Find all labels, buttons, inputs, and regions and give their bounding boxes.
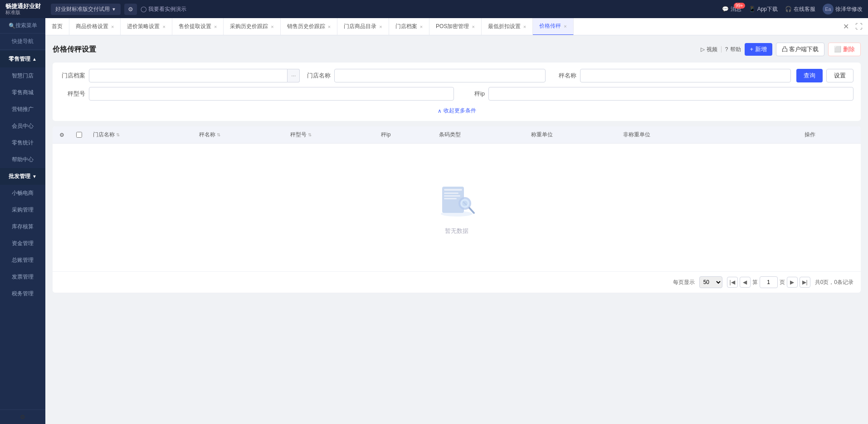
sidebar-item-tax-mgmt[interactable]: 税务管理 [0, 285, 45, 302]
version-label: 好业财标准版交付试用 [55, 5, 110, 13]
tab-close-strategy[interactable]: × [162, 24, 165, 29]
sidebar-item-finance[interactable]: 资金管理 [0, 235, 45, 252]
prev-page-button[interactable]: ◀ [740, 277, 751, 288]
sidebar-item-label: 税务管理 [12, 290, 34, 298]
th-operation: 操作 [799, 126, 861, 144]
tab-expand-button[interactable]: ⛶ [853, 22, 864, 32]
sidebar-item-help-center[interactable]: 帮助中心 [0, 151, 45, 168]
tab-close-sales-history[interactable]: × [328, 24, 331, 29]
tab-close-purchase-history[interactable]: × [271, 24, 273, 29]
sidebar-item-member-center[interactable]: 会员中心 [0, 118, 45, 135]
tab-close-sale-price[interactable]: × [214, 24, 217, 29]
tab-store-archive[interactable]: 门店档案 × [389, 18, 429, 35]
tab-close-min-discount[interactable]: × [523, 24, 526, 29]
tab-pos-management[interactable]: POS加密管理 × [429, 18, 482, 35]
collapse-label: 收起更多条件 [444, 107, 476, 115]
messages-button[interactable]: 💬 消息 99+ [722, 5, 741, 13]
tab-close-pos[interactable]: × [472, 24, 474, 29]
per-page-select[interactable]: 20 50 100 [699, 276, 722, 288]
tab-sale-price[interactable]: 售价提取设置 × [172, 18, 224, 35]
th-checkbox[interactable] [71, 126, 88, 144]
sidebar-item-label: 营销推广 [12, 106, 34, 113]
tab-close-price-scale[interactable]: × [564, 24, 566, 29]
empty-image [434, 180, 479, 221]
online-service-label: 在线客服 [794, 5, 815, 13]
sidebar-item-label: 零售统计 [12, 139, 34, 147]
sidebar-item-label: 采购管理 [12, 206, 34, 214]
sidebar-item-label: 发票管理 [12, 273, 34, 281]
th-store-name-sort[interactable]: 门店名称 ⇅ [93, 131, 188, 139]
page-number-input[interactable] [760, 276, 778, 288]
sidebar-item-smart-store[interactable]: 智慧门店 [0, 67, 45, 84]
delete-button[interactable]: ⬜ 删除 [828, 43, 861, 56]
th-non-weight-unit-label: 非称重单位 [623, 131, 650, 138]
video-link[interactable]: ▷ 视频 [701, 46, 717, 53]
tab-close-store-catalog[interactable]: × [379, 24, 382, 29]
delete-button-label: ⬜ 删除 [834, 45, 855, 53]
select-all-checkbox[interactable] [76, 132, 82, 138]
th-scale-name-label: 秤名称 [199, 131, 215, 139]
tab-home[interactable]: 首页 [45, 18, 69, 35]
sidebar-item-purchase-mgmt[interactable]: 采购管理 [0, 202, 45, 218]
sidebar-item-accounting[interactable]: 总账管理 [0, 252, 45, 269]
sidebar-item-label: 零售管理 [9, 55, 30, 63]
tab-bar-end: ✕ ⛶ [838, 21, 868, 32]
filter-input-scale-model[interactable] [89, 87, 454, 101]
sidebar-item-retail-stats[interactable]: 零售统计 [0, 135, 45, 151]
tab-pos-management-label: POS加密管理 [436, 23, 469, 30]
user-info[interactable]: Ea 徐泽华修改 [823, 4, 863, 14]
first-page-button[interactable]: |◀ [727, 277, 738, 288]
sidebar-item-retail-mgmt[interactable]: 零售管理 ▲ [0, 51, 45, 67]
gear-icon: ⚙ [128, 6, 133, 13]
tab-price-settings[interactable]: 商品价格设置 × [69, 18, 121, 35]
tab-sales-history[interactable]: 销售历史价跟踪 × [281, 18, 337, 35]
tab-strategy-settings[interactable]: 进价策略设置 × [121, 18, 172, 35]
last-page-button[interactable]: ▶| [800, 277, 810, 288]
sidebar-item-xiaochang-ecom[interactable]: 小畅电商 [0, 185, 45, 202]
help-link[interactable]: ? 帮助 [725, 46, 741, 53]
collapse-button[interactable]: ∧ 收起更多条件 [438, 107, 476, 115]
th-settings[interactable]: ⚙ [53, 126, 71, 144]
online-service-button[interactable]: 🎧 在线客服 [785, 5, 815, 13]
tab-purchase-history[interactable]: 采购历史价跟踪 × [224, 18, 280, 35]
next-page-button[interactable]: ▶ [787, 277, 798, 288]
sidebar-search[interactable]: 🔍 搜索菜单 [0, 18, 45, 34]
tab-close-store-archive[interactable]: × [420, 24, 423, 29]
app-settings-button[interactable]: ⚙ [124, 4, 137, 15]
sidebar-settings-bottom[interactable]: ⚙ [0, 410, 45, 424]
svg-rect-4 [444, 195, 460, 197]
add-button[interactable]: + 新增 [745, 43, 772, 56]
settings-filter-button[interactable]: 设置 [826, 69, 853, 82]
sidebar-item-marketing[interactable]: 营销推广 [0, 101, 45, 118]
tab-min-discount[interactable]: 最低折扣设置 × [482, 18, 533, 35]
tab-store-catalog[interactable]: 门店商品目录 × [337, 18, 389, 35]
user-name: 徐泽华修改 [835, 5, 863, 13]
query-button[interactable]: 查询 [796, 69, 823, 82]
settings-icon: ⚙ [59, 132, 64, 138]
sidebar-item-wholesale-mgmt[interactable]: 批发管理 ▼ [0, 168, 45, 185]
th-scale-model-sort[interactable]: 秤型号 ⇅ [290, 131, 370, 139]
sidebar-item-inventory[interactable]: 库存核算 [0, 218, 45, 235]
filter-input-store-archive[interactable] [89, 69, 288, 82]
app-download-button[interactable]: 📱 App下载 [749, 5, 778, 13]
version-selector[interactable]: 好业财标准版交付试用 ▼ [51, 4, 121, 15]
top-bar-right: 💬 消息 99+ 📱 App下载 🎧 在线客服 Ea 徐泽华修改 [722, 4, 863, 14]
demo-button[interactable]: ◯ 我要看实例演示 [141, 5, 186, 13]
th-scale-name-sort[interactable]: 秤名称 ⇅ [199, 131, 279, 139]
main-body: 🔍 搜索菜单 快捷导航 零售管理 ▲ 智慧门店 零售商城 营销推广 [0, 18, 868, 424]
tab-close-all-button[interactable]: ✕ [841, 21, 851, 32]
filter-input-scale-name[interactable] [580, 69, 791, 82]
download-button[interactable]: 凸 客户端下载 [776, 43, 825, 56]
th-weight-unit-label: 称重单位 [531, 131, 553, 138]
filter-store-archive-btn[interactable]: ··· [288, 69, 300, 82]
sidebar-item-retail-mall[interactable]: 零售商城 [0, 84, 45, 101]
sidebar-item-invoice-mgmt[interactable]: 发票管理 [0, 269, 45, 285]
filter-input-scale-ip[interactable] [488, 87, 853, 101]
tab-close-price-settings[interactable]: × [111, 24, 114, 29]
sort-icon: ⇅ [116, 132, 120, 137]
sidebar-quick-nav[interactable]: 快捷导航 [0, 34, 45, 50]
filter-input-store-name[interactable] [334, 69, 545, 82]
filter-label-store-archive: 门店档案 [60, 72, 85, 80]
tab-price-scale[interactable]: 价格传秤 × [533, 18, 573, 35]
divider [721, 46, 722, 53]
